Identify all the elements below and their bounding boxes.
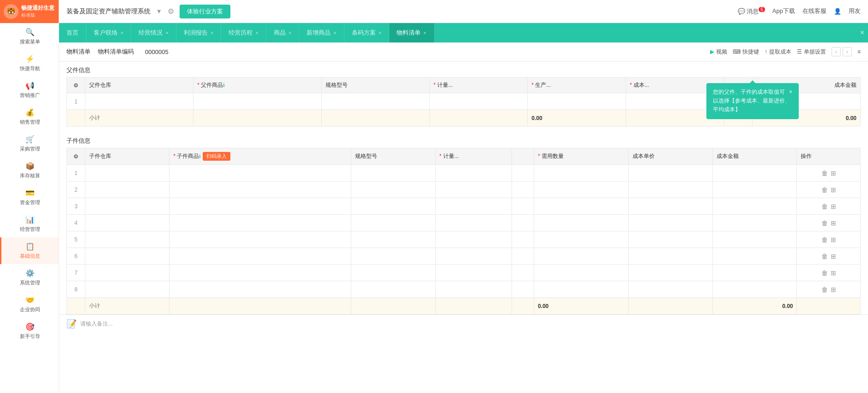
child-unit[interactable] [435,281,512,298]
child-quantity[interactable] [534,181,628,198]
copy-icon[interactable]: ⊞ [831,269,836,277]
child-quantity[interactable] [534,198,628,215]
delete-icon[interactable]: 🗑 [821,169,828,177]
sidebar-item-system[interactable]: ⚙️ 系统管理 [0,264,59,291]
child-product[interactable] [169,181,351,198]
sidebar-item-quick-nav[interactable]: ⚡ 快捷导航 [0,50,59,77]
child-warehouse[interactable] [85,198,169,215]
child-quantity[interactable] [534,281,628,298]
child-spec[interactable] [351,181,435,198]
unit-cell[interactable] [429,93,528,110]
delete-icon[interactable]: 🗑 [821,186,828,193]
prev-arrow[interactable]: ‹ [832,47,841,56]
delete-icon[interactable]: 🗑 [821,286,828,293]
child-warehouse[interactable] [85,265,169,281]
child-unit[interactable] [435,165,512,181]
scan-input-button[interactable]: 扫码录入 [203,152,230,161]
copy-icon[interactable]: ⊞ [831,203,836,210]
sidebar-item-purchase[interactable]: 🛒 采购管理 [0,130,59,157]
copy-icon[interactable]: ⊞ [831,236,836,243]
child-product[interactable] [169,248,351,265]
close-all-icon[interactable]: × [860,29,864,37]
child-unit[interactable] [435,248,512,265]
delete-icon[interactable]: 🗑 [821,253,828,260]
child-product[interactable] [169,165,351,181]
child-unit-cost[interactable] [628,281,712,298]
delete-icon[interactable]: 🗑 [821,236,828,243]
tab-new-product[interactable]: 新增商品 × [299,23,344,42]
user-name[interactable]: 用友 [849,7,861,15]
sidebar-item-sales[interactable]: 💰 销售管理 [0,103,59,130]
tab-customer[interactable]: 客户联络 × [86,23,131,42]
child-product[interactable] [169,265,351,281]
child-unit[interactable] [435,215,512,231]
message-icon[interactable]: 💬 消息6 [738,7,765,16]
child-quantity[interactable] [534,265,628,281]
tab-close-icon[interactable]: × [423,30,426,36]
child-warehouse[interactable] [85,281,169,298]
extract-cost-button[interactable]: ↑ 提取成本 [765,48,791,56]
parent-product-cell[interactable] [193,93,321,110]
shortcut-button[interactable]: ⌨ 快捷键 [733,48,759,56]
child-unit[interactable] [435,265,512,281]
child-spec[interactable] [351,265,435,281]
copy-icon[interactable]: ⊞ [831,286,836,293]
child-warehouse[interactable] [85,181,169,198]
child-spec[interactable] [351,231,435,248]
child-unit-cost[interactable] [628,198,712,215]
child-unit[interactable] [435,198,512,215]
settings-gear-icon[interactable]: ⚙ [168,7,174,16]
child-warehouse[interactable] [85,231,169,248]
child-product[interactable] [169,231,351,248]
spec-cell[interactable] [321,93,429,110]
sidebar-item-marketing[interactable]: 📢 营销推广 [0,77,59,103]
menu-icon[interactable]: ≡ [857,48,861,55]
tab-products[interactable]: 商品 × [266,23,299,42]
tab-bom[interactable]: 物料清单 × [389,23,434,42]
sidebar-item-search[interactable]: 🔍 搜索菜单 [0,23,59,50]
child-unit-cost[interactable] [628,265,712,281]
child-product[interactable] [169,198,351,215]
tooltip-close-button[interactable]: × [789,88,792,97]
child-spec[interactable] [351,281,435,298]
tab-close-icon[interactable]: × [289,30,291,36]
view-button[interactable]: ▶ 视频 [710,48,727,56]
child-spec[interactable] [351,198,435,215]
child-spec[interactable] [351,165,435,181]
child-warehouse[interactable] [85,165,169,181]
tab-close-icon[interactable]: × [121,30,123,36]
sidebar-item-basic-info[interactable]: 📋 基础信息 [0,237,59,264]
next-arrow[interactable]: › [843,47,852,56]
sidebar-item-operations[interactable]: 📊 经营管理 [0,211,59,237]
tab-close-icon[interactable]: × [333,30,336,36]
experience-button[interactable]: 体验行业方案 [180,5,230,18]
sidebar-item-guide[interactable]: 🎯 新手引导 [0,318,59,345]
child-unit[interactable] [435,231,512,248]
child-product[interactable] [169,215,351,231]
copy-icon[interactable]: ⊞ [831,253,836,260]
tab-home[interactable]: 首页 [59,23,86,42]
tab-close-icon[interactable]: × [165,30,168,36]
child-unit-cost[interactable] [628,231,712,248]
child-unit[interactable] [435,181,512,198]
child-unit-cost[interactable] [628,215,712,231]
child-product[interactable] [169,281,351,298]
child-unit-cost[interactable] [628,248,712,265]
child-warehouse[interactable] [85,215,169,231]
tab-close-icon[interactable]: × [211,30,213,36]
copy-icon[interactable]: ⊞ [831,186,836,193]
child-unit-cost[interactable] [628,181,712,198]
tab-operations[interactable]: 经营情况 × [131,23,176,42]
tab-profit[interactable]: 利润报告 × [176,23,221,42]
dropdown-arrow[interactable]: ▼ [156,8,162,15]
online-service-link[interactable]: 在线客服 [802,7,826,15]
delete-icon[interactable]: 🗑 [821,203,828,210]
tab-close-icon[interactable]: × [379,30,381,36]
delete-icon[interactable]: 🗑 [821,269,828,277]
copy-icon[interactable]: ⊞ [831,169,836,177]
tab-history[interactable]: 经营历程 × [221,23,266,42]
child-spec[interactable] [351,248,435,265]
child-quantity[interactable] [534,165,628,181]
tab-barcode[interactable]: 条码方案 × [344,23,389,42]
child-warehouse[interactable] [85,248,169,265]
